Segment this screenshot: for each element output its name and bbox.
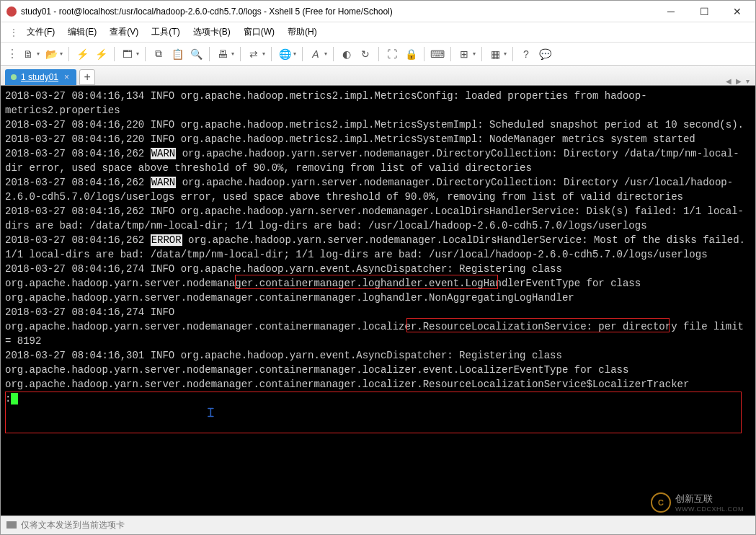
send-text-input[interactable] — [21, 520, 750, 530]
terminal-cursor — [11, 393, 18, 404]
tab-add-button[interactable]: + — [79, 69, 95, 85]
find-icon[interactable]: 🔍 — [187, 45, 205, 63]
tab-close-icon[interactable]: × — [64, 72, 69, 82]
properties-icon[interactable]: 🗔 — [119, 45, 136, 63]
tab-label: 1 study01 — [21, 72, 58, 82]
toolbar-grip[interactable]: ⋮ — [6, 47, 18, 61]
tab-prev-icon[interactable]: ◀ — [726, 77, 731, 85]
cascade-icon[interactable]: ▦ — [486, 45, 504, 63]
help-icon[interactable]: ? — [517, 45, 535, 63]
log-level-badge: ERROR — [151, 234, 182, 246]
tab-next-icon[interactable]: ▶ — [736, 77, 742, 85]
statusbar — [1, 516, 755, 533]
terminal-line: 2018-03-27 08:04:16,274 INFO org.apache.… — [5, 262, 751, 305]
font-icon[interactable]: A — [307, 45, 324, 63]
globe-icon[interactable]: 🌐 — [276, 45, 293, 63]
terminal-line: 2018-03-27 08:04:16,274 INFO org.apache.… — [5, 305, 751, 348]
window-titlebar: study01 - root@localhost:/usr/local/hado… — [1, 1, 755, 22]
disconnect-icon[interactable]: ⚡ — [92, 45, 110, 63]
terminal-line: 2018-03-27 08:04:16,262 ERROR org.apache… — [5, 233, 751, 262]
toolbar: ⋮ 🗎▾ 📂▾ ⚡ ⚡ 🗔▾ ⧉ 📋 🔍 🖶▾ ⇄▾ 🌐▾ A▾ ◐ ↻ ⛶ 🔒… — [1, 43, 755, 66]
keyboard-icon[interactable]: ⌨ — [429, 45, 446, 63]
feedback-icon[interactable]: 💬 — [536, 45, 553, 63]
menu-tools[interactable]: 工具(T) — [146, 25, 185, 40]
tab-study01[interactable]: 1 study01 × — [5, 69, 76, 85]
send-mode-icon[interactable] — [6, 521, 17, 529]
watermark-url: WWW.CDCXHL.COM — [675, 505, 744, 513]
watermark-text: 创新互联 — [675, 492, 744, 505]
terminal-line: 2018-03-27 08:04:16,220 INFO org.apache.… — [5, 118, 751, 132]
log-level-badge: WARN — [151, 177, 177, 188]
reconnect-icon[interactable]: ⚡ — [74, 45, 91, 63]
terminal-line: 2018-03-27 08:04:16,262 WARN org.apache.… — [5, 146, 751, 175]
new-session-icon[interactable]: 🗎 — [19, 45, 37, 63]
color-scheme-icon[interactable]: ◐ — [338, 45, 355, 63]
minimize-button[interactable]: ─ — [654, 1, 688, 22]
transfer-icon[interactable]: ⇄ — [245, 45, 262, 63]
terminal-line: 2018-03-27 08:04:16,262 WARN org.apache.… — [5, 175, 751, 204]
maximize-button[interactable]: ☐ — [688, 1, 721, 22]
menu-file[interactable]: 文件(F) — [21, 25, 61, 40]
print-icon[interactable]: 🖶 — [214, 45, 231, 63]
app-icon — [6, 6, 17, 17]
terminal-line: 2018-03-27 08:04:16,262 INFO org.apache.… — [5, 204, 751, 233]
fullscreen-icon[interactable]: ⛶ — [383, 45, 401, 63]
menu-edit[interactable]: 编辑(E) — [62, 25, 102, 40]
copy-icon[interactable]: ⧉ — [150, 45, 167, 63]
text-cursor-icon: 𝙸 — [206, 406, 215, 420]
refresh-icon[interactable]: ↻ — [357, 45, 374, 63]
watermark-logo: C — [651, 492, 671, 513]
menu-help[interactable]: 帮助(H) — [282, 25, 323, 40]
menubar-grip[interactable]: ⋮ — [8, 27, 19, 37]
log-level-badge: WARN — [151, 148, 177, 159]
lock-icon[interactable]: 🔒 — [402, 45, 419, 63]
terminal-prompt: : — [5, 392, 751, 406]
new-window-icon[interactable]: ⊞ — [455, 45, 473, 63]
watermark: C 创新互联 WWW.CDCXHL.COM — [651, 492, 744, 513]
terminal-line: 2018-03-27 08:04:16,301 INFO org.apache.… — [5, 348, 751, 392]
tabbar: 1 study01 × + ◀ ▶ ▾ — [1, 66, 755, 86]
open-icon[interactable]: 📂 — [43, 45, 60, 63]
menubar: ⋮ 文件(F) 编辑(E) 查看(V) 工具(T) 选项卡(B) 窗口(W) 帮… — [1, 22, 755, 43]
menu-view[interactable]: 查看(V) — [104, 25, 144, 40]
close-button[interactable]: ✕ — [721, 1, 754, 22]
terminal-line: 2018-03-27 08:04:16,134 INFO org.apache.… — [5, 89, 751, 118]
terminal-output[interactable]: 𝙸 2018-03-27 08:04:16,134 INFO org.apach… — [1, 86, 755, 516]
window-title: study01 - root@localhost:/usr/local/hado… — [21, 6, 654, 17]
menu-window[interactable]: 窗口(W) — [238, 25, 280, 40]
paste-icon[interactable]: 📋 — [169, 45, 186, 63]
terminal-line: 2018-03-27 08:04:16,220 INFO org.apache.… — [5, 132, 751, 146]
tab-status-dot — [11, 74, 17, 80]
tab-list-icon[interactable]: ▾ — [746, 77, 750, 85]
menu-tabs[interactable]: 选项卡(B) — [187, 25, 236, 40]
